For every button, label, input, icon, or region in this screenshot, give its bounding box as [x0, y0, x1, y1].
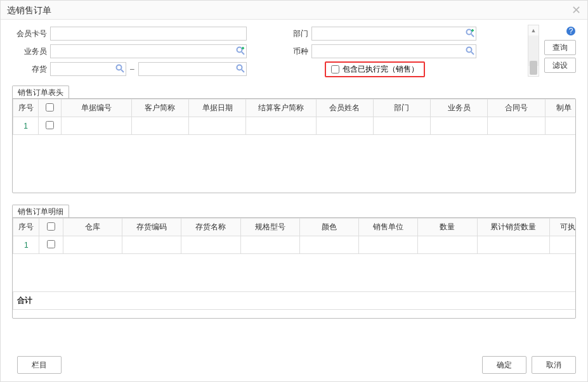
salesperson-input[interactable]	[50, 44, 247, 58]
table-row[interactable]: 1	[13, 236, 576, 254]
cell-doc-date[interactable]	[188, 117, 245, 135]
col-seq: 序号	[13, 99, 39, 117]
search-icon[interactable]	[115, 64, 124, 73]
add-lookup-icon[interactable]	[236, 46, 245, 55]
query-button[interactable]: 查询	[544, 40, 576, 55]
col-dept[interactable]: 部门	[373, 99, 430, 117]
col-cust-abbr[interactable]: 客户简称	[131, 99, 188, 117]
svg-line-5	[242, 52, 244, 54]
svg-line-13	[242, 70, 244, 72]
col-warehouse[interactable]: 仓库	[63, 219, 122, 236]
svg-point-10	[117, 65, 122, 70]
close-icon[interactable]: ✕	[572, 1, 581, 20]
col-inv-code[interactable]: 存货编码	[122, 219, 181, 236]
col-member-name[interactable]: 会员姓名	[316, 99, 373, 117]
salesperson-label: 业务员	[12, 46, 50, 57]
inventory-to-lookup[interactable]	[138, 62, 247, 76]
include-completed-label: 包含已执行完（销售）	[343, 64, 419, 75]
svg-line-9	[471, 52, 474, 54]
svg-line-11	[121, 70, 124, 72]
svg-line-1	[471, 34, 474, 37]
cell-contract-no[interactable]	[488, 117, 545, 135]
col-doc-no[interactable]: 单据编号	[62, 99, 131, 117]
search-icon[interactable]	[236, 64, 245, 73]
detail-table-scroll[interactable]: 序号 仓库 存货编码 存货名称 规格型号 颜色 销售单位 数量 累计销货数量 可…	[13, 218, 575, 319]
columns-button[interactable]: 栏目	[17, 356, 62, 374]
cell-seq: 1	[13, 117, 39, 135]
col-contract-no[interactable]: 合同号	[488, 99, 545, 117]
row-checkbox[interactable]	[46, 121, 54, 129]
ok-button[interactable]: 确定	[482, 356, 526, 374]
cell-cum-shipped[interactable]	[477, 236, 549, 254]
cell-spec[interactable]	[240, 236, 299, 254]
svg-point-12	[237, 65, 242, 70]
cell-color[interactable]	[299, 236, 358, 254]
help-icon[interactable]: ?	[566, 26, 576, 36]
header-section-title: 销售订单表头	[12, 86, 69, 99]
dialog-title: 选销售订单	[7, 1, 51, 20]
currency-label: 币种	[273, 46, 311, 57]
scroll-track[interactable]	[528, 35, 539, 66]
footer: 栏目 确定 取消	[1, 351, 587, 381]
inventory-from-lookup[interactable]	[50, 62, 126, 76]
cell-salesperson[interactable]	[431, 117, 488, 135]
row-checkbox[interactable]	[47, 240, 55, 248]
cell-warehouse[interactable]	[63, 236, 122, 254]
cell-exec-qty[interactable]	[549, 236, 575, 254]
header-table-scroll[interactable]: 序号 单据编号 客户简称 单据日期 结算客户简称 会员姓名 部门 业务员 合同号…	[13, 99, 575, 193]
currency-input[interactable]	[311, 44, 476, 58]
cancel-button[interactable]: 取消	[532, 356, 576, 374]
filter-scrollbar[interactable]: ▲ ▼	[528, 25, 539, 77]
cell-doc-no[interactable]	[62, 117, 131, 135]
col-exec-qty[interactable]: 可执行数量	[549, 219, 575, 236]
col-inv-name[interactable]: 存货名称	[181, 219, 240, 236]
col-color[interactable]: 颜色	[299, 219, 358, 236]
member-card-lookup[interactable]	[50, 27, 247, 41]
detail-section: 销售订单明细 序号 仓库 存货编码 存货名称 规格型号 颜色 销售单位 数量 累…	[1, 206, 587, 319]
scroll-thumb[interactable]	[530, 61, 537, 75]
range-dash: –	[130, 65, 134, 73]
advanced-filter-button[interactable]: 滤设	[544, 58, 576, 73]
search-icon[interactable]	[466, 46, 474, 55]
filter-side-buttons: ? 查询 滤设	[544, 26, 576, 79]
totals-label: 合计	[13, 292, 576, 310]
inventory-from-input[interactable]	[50, 62, 126, 76]
header-section: 销售订单表头 序号 单据编号 客户简称 单据日期 结算客户简称 会员姓名 部门 …	[1, 87, 587, 193]
table-row[interactable]: 1	[13, 117, 576, 135]
svg-point-4	[237, 48, 242, 53]
detail-section-title: 销售订单明细	[12, 205, 69, 218]
col-doc-date[interactable]: 单据日期	[188, 99, 245, 117]
cell-inv-name[interactable]	[181, 236, 240, 254]
dept-input[interactable]	[311, 27, 476, 41]
add-lookup-icon[interactable]	[466, 29, 474, 37]
cell-qty[interactable]	[418, 236, 477, 254]
currency-lookup[interactable]	[311, 44, 476, 58]
col-cum-shipped[interactable]: 累计销货数量	[477, 219, 549, 236]
include-completed-checkbox-wrap[interactable]: 包含已执行完（销售）	[325, 61, 425, 77]
cell-settle-cust-abbr[interactable]	[246, 117, 316, 135]
member-card-input[interactable]	[50, 27, 247, 41]
header-select-all-checkbox[interactable]	[46, 103, 54, 111]
col-unit[interactable]: 销售单位	[359, 219, 418, 236]
scroll-up-icon[interactable]: ▲	[528, 25, 539, 35]
include-completed-checkbox[interactable]	[331, 65, 339, 73]
cell-unit[interactable]	[359, 236, 418, 254]
col-qty[interactable]: 数量	[418, 219, 477, 236]
cell-member-name[interactable]	[316, 117, 373, 135]
col-settle-cust-abbr[interactable]: 结算客户简称	[246, 99, 316, 117]
detail-select-all-checkbox[interactable]	[47, 222, 55, 231]
col-salesperson[interactable]: 业务员	[431, 99, 488, 117]
col-creator[interactable]: 制单	[545, 99, 575, 117]
titlebar: 选销售订单 ✕	[1, 1, 587, 20]
cell-inv-code[interactable]	[122, 236, 181, 254]
cell-cust-abbr[interactable]	[131, 117, 188, 135]
svg-text:?: ?	[569, 27, 573, 35]
dept-label: 部门	[273, 29, 311, 39]
dept-lookup[interactable]	[311, 27, 476, 41]
col-spec[interactable]: 规格型号	[240, 219, 299, 236]
detail-table: 序号 仓库 存货编码 存货名称 规格型号 颜色 销售单位 数量 累计销货数量 可…	[13, 218, 575, 310]
header-table: 序号 单据编号 客户简称 单据日期 结算客户简称 会员姓名 部门 业务员 合同号…	[13, 99, 575, 135]
salesperson-lookup[interactable]	[50, 44, 247, 58]
inventory-to-input[interactable]	[138, 62, 247, 76]
cell-dept[interactable]	[373, 117, 430, 135]
